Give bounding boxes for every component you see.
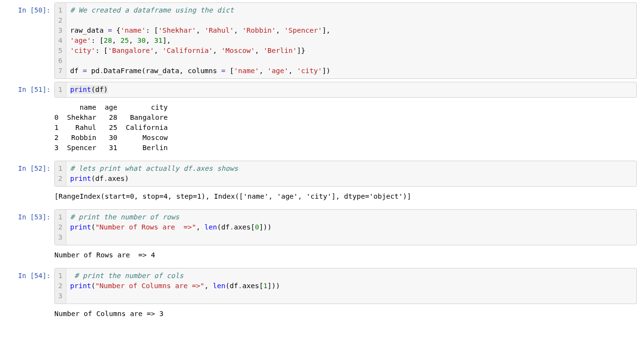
input-prompt: In [52]:	[0, 161, 54, 173]
output-prompt-blank: .	[0, 101, 54, 113]
line-gutter: 1234567	[55, 3, 66, 78]
output-prompt-blank: .	[0, 190, 54, 202]
code-cell: In [51]:1print(df)	[0, 82, 642, 98]
output-prompt-blank: .	[0, 307, 54, 319]
code-content[interactable]: # lets print what actually df.axes shows…	[66, 161, 636, 186]
output-cell: .Number of Columns are => 3	[0, 307, 642, 324]
input-prompt: In [51]:	[0, 82, 54, 94]
code-input-area[interactable]: 1234567# We created a dataframe using th…	[54, 2, 637, 79]
input-prompt: In [50]:	[0, 2, 54, 15]
input-prompt: In [54]:	[0, 268, 54, 280]
code-content[interactable]: # print the number of cols print("Number…	[66, 268, 636, 304]
input-prompt: In [53]:	[0, 209, 54, 222]
notebook: In [50]:1234567# We created a dataframe …	[0, 2, 642, 324]
code-content[interactable]: # We created a dataframe using the dict …	[66, 3, 636, 78]
code-cell: In [50]:1234567# We created a dataframe …	[0, 2, 642, 79]
line-gutter: 12	[55, 161, 66, 186]
code-cell: In [53]:123# print the number of rows pr…	[0, 209, 642, 245]
output-prompt-blank: .	[0, 248, 54, 261]
output-cell: . name age city 0 Shekhar 28 Bangalore 1…	[0, 101, 642, 158]
output-text: [RangeIndex(start=0, stop=4, step=1), In…	[54, 190, 411, 206]
code-input-area[interactable]: 123 # print the number of cols print("Nu…	[54, 268, 637, 304]
code-content[interactable]: # print the number of rows print("Number…	[66, 210, 636, 245]
line-gutter: 123	[55, 210, 66, 245]
code-content[interactable]: print(df)	[66, 82, 636, 97]
output-cell: .[RangeIndex(start=0, stop=4, step=1), I…	[0, 190, 642, 206]
output-cell: .Number of Rows are => 4	[0, 248, 642, 265]
code-input-area[interactable]: 123# print the number of rows print("Num…	[54, 209, 637, 245]
code-input-area[interactable]: 12# lets print what actually df.axes sho…	[54, 161, 637, 187]
code-cell: In [54]:123 # print the number of cols p…	[0, 268, 642, 304]
output-text: Number of Columns are => 3	[54, 307, 164, 324]
output-text: name age city 0 Shekhar 28 Bangalore 1 R…	[54, 101, 168, 158]
line-gutter: 123	[55, 268, 66, 304]
output-text: Number of Rows are => 4	[54, 248, 155, 265]
code-input-area[interactable]: 1print(df)	[54, 82, 637, 98]
code-cell: In [52]:12# lets print what actually df.…	[0, 161, 642, 187]
line-gutter: 1	[55, 82, 66, 97]
